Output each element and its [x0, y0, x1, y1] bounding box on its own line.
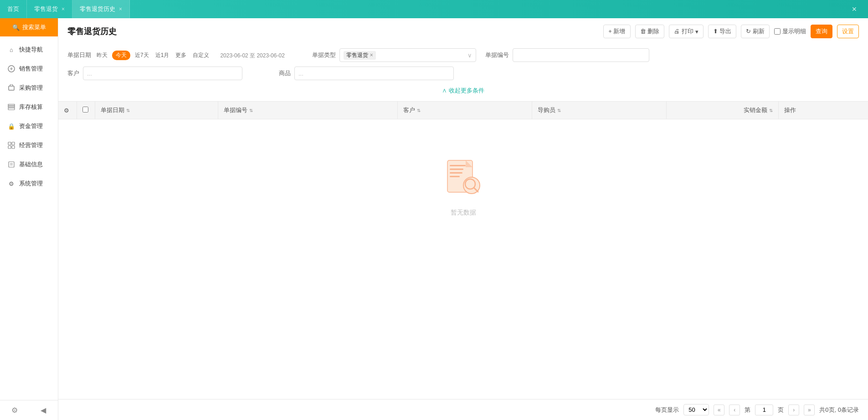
select-all-checkbox[interactable] — [82, 107, 88, 113]
refresh-button[interactable]: ↻ 刷新 — [741, 25, 770, 38]
number-sort-icon: ⇅ — [249, 108, 253, 113]
customer-filter: 客户 ... — [67, 67, 242, 80]
customer-filter-label: 客户 — [67, 69, 79, 77]
th-operation-label: 操作 — [784, 107, 796, 113]
sidebar-items-list: ⌂ 快捷导航 销售管理 采购管理 库存核算 — [0, 36, 58, 400]
th-number-label: 单据编号 — [224, 106, 247, 114]
sales-icon — [7, 65, 15, 73]
th-date-label: 单据日期 — [101, 106, 124, 114]
tab-retail-return-history[interactable]: 零售退货历史 × — [72, 0, 130, 18]
filter-area: 单据日期 昨天 今天 近7天 近1月 更多 自定义 2023-06-02 至 2… — [67, 44, 859, 97]
sidebar-item-purchase[interactable]: 采购管理 — [0, 78, 58, 97]
page-number-input[interactable] — [755, 405, 773, 415]
type-tag-value: 零售退货 × — [344, 51, 376, 60]
sidebar-item-sales[interactable]: 销售管理 — [0, 59, 58, 78]
number-filter: 单据编号 — [485, 48, 649, 62]
window-close-btn[interactable]: ✕ — [848, 3, 861, 15]
page-header-top: 零售退货历史 + 新增 🗑 删除 🖨 打印 ▾ ⬆ 导出 — [67, 25, 859, 38]
query-button[interactable]: 查询 — [811, 25, 832, 38]
sidebar-item-sales-label: 销售管理 — [19, 65, 43, 73]
tab-retail-return[interactable]: 零售退货 × — [27, 0, 72, 18]
sidebar-item-baseinfo[interactable]: 基础信息 — [0, 155, 58, 174]
sidebar-settings-btn[interactable]: ⚙ — [7, 403, 22, 418]
tab-retail-return-history-label: 零售退货历史 — [80, 5, 115, 13]
tab-home[interactable]: 首页 — [0, 0, 27, 18]
setting-button-label: 设置 — [842, 27, 854, 36]
svg-rect-3 — [8, 106, 15, 108]
collapse-button[interactable]: ∧ 收起更多条件 — [435, 85, 492, 97]
th-settings[interactable]: ⚙ — [58, 102, 77, 119]
empty-text: 暂无数据 — [451, 209, 476, 217]
sidebar-item-finance[interactable]: 🔒 资金管理 — [0, 117, 58, 136]
sidebar-search-label: 搜索菜单 — [22, 23, 46, 31]
th-amount-label: 实销金额 — [744, 106, 767, 114]
toolbar: + 新增 🗑 删除 🖨 打印 ▾ ⬆ 导出 ↻ 刷新 — [603, 25, 859, 38]
new-button[interactable]: + 新增 — [603, 25, 630, 38]
show-detail-input[interactable] — [774, 28, 781, 35]
type-filter: 单据类型 零售退货 × ∨ — [312, 48, 476, 62]
th-customer-label: 客户 — [403, 106, 415, 114]
type-select[interactable]: 零售退货 × ∨ — [339, 48, 476, 62]
sidebar-item-operation[interactable]: 经营管理 — [0, 136, 58, 155]
show-detail-label: 显示明细 — [782, 27, 806, 36]
sidebar-search[interactable]: 🔍 搜索菜单 — [0, 18, 58, 36]
sidebar-item-system[interactable]: ⚙ 系统管理 — [0, 174, 58, 193]
date-custom[interactable]: 自定义 — [191, 51, 211, 60]
collapse-label: ∧ 收起更多条件 — [442, 87, 484, 95]
page-next-btn[interactable]: › — [788, 405, 799, 415]
goods-select[interactable]: ... — [294, 67, 454, 80]
page-prev-btn[interactable]: ‹ — [729, 405, 740, 415]
new-button-label: + 新增 — [608, 27, 625, 36]
page-size-select[interactable]: 50 20 100 — [683, 404, 709, 415]
date-more[interactable]: 更多 — [174, 51, 188, 60]
sidebar-item-inventory[interactable]: 库存核算 — [0, 97, 58, 117]
page-last-btn[interactable]: » — [804, 405, 815, 415]
th-number[interactable]: 单据编号 ⇅ — [218, 102, 398, 119]
page-first-btn[interactable]: « — [714, 405, 724, 415]
svg-rect-14 — [450, 176, 460, 177]
sidebar-item-quicknav[interactable]: ⌂ 快捷导航 — [0, 40, 58, 59]
th-date[interactable]: 单据日期 ⇅ — [95, 102, 218, 119]
show-detail-checkbox[interactable]: 显示明细 — [774, 27, 806, 36]
goods-filter: 商品 ... — [279, 67, 454, 80]
svg-rect-13 — [450, 172, 462, 174]
th-amount[interactable]: 实销金额 ⇅ — [666, 102, 778, 119]
svg-rect-6 — [12, 142, 15, 145]
operation-icon — [7, 141, 15, 149]
guide-sort-icon: ⇅ — [557, 108, 561, 113]
setting-button[interactable]: 设置 — [837, 25, 859, 38]
tab-retail-return-close[interactable]: × — [62, 6, 65, 12]
finance-icon: 🔒 — [7, 122, 15, 130]
sidebar-item-purchase-label: 采购管理 — [19, 84, 43, 92]
export-button[interactable]: ⬆ 导出 — [708, 25, 737, 38]
empty-state: 暂无数据 — [58, 119, 868, 253]
print-button[interactable]: 🖨 打印 ▾ — [669, 25, 704, 38]
date-yesterday[interactable]: 昨天 — [95, 51, 109, 60]
page-last-icon: » — [808, 407, 811, 413]
number-filter-input[interactable] — [513, 48, 649, 62]
type-tag-text: 零售退货 — [346, 51, 368, 59]
date-7days[interactable]: 近7天 — [133, 51, 151, 60]
th-guide[interactable]: 导购员 ⇅ — [532, 102, 666, 119]
svg-rect-2 — [8, 108, 15, 110]
customer-select[interactable]: ... — [83, 67, 242, 80]
date-1month[interactable]: 近1月 — [154, 51, 171, 60]
pagination-total-info: 共0页, 0条记录 — [819, 406, 859, 414]
system-icon: ⚙ — [7, 179, 15, 188]
th-customer[interactable]: 客户 ⇅ — [397, 102, 532, 119]
query-button-label: 查询 — [816, 27, 827, 36]
svg-rect-1 — [9, 86, 14, 90]
goods-placeholder: ... — [298, 70, 303, 77]
delete-button-label: 🗑 删除 — [640, 27, 660, 36]
type-tag-close[interactable]: × — [370, 52, 373, 58]
sidebar: 🔍 搜索菜单 ⌂ 快捷导航 销售管理 采购管理 — [0, 18, 58, 420]
delete-button[interactable]: 🗑 删除 — [635, 25, 665, 38]
type-filter-label: 单据类型 — [312, 51, 336, 59]
content-inner: ⚙ 单据日期 ⇅ — [58, 102, 868, 420]
date-today[interactable]: 今天 — [112, 51, 130, 60]
type-tag: 零售退货 × — [344, 51, 376, 60]
sidebar-collapse-btn[interactable]: ◀ — [36, 403, 51, 418]
tab-retail-return-label: 零售退货 — [34, 5, 58, 13]
date-range-text: 2023-06-02 至 2023-06-02 — [220, 52, 284, 60]
tab-retail-return-history-close[interactable]: × — [119, 6, 122, 12]
